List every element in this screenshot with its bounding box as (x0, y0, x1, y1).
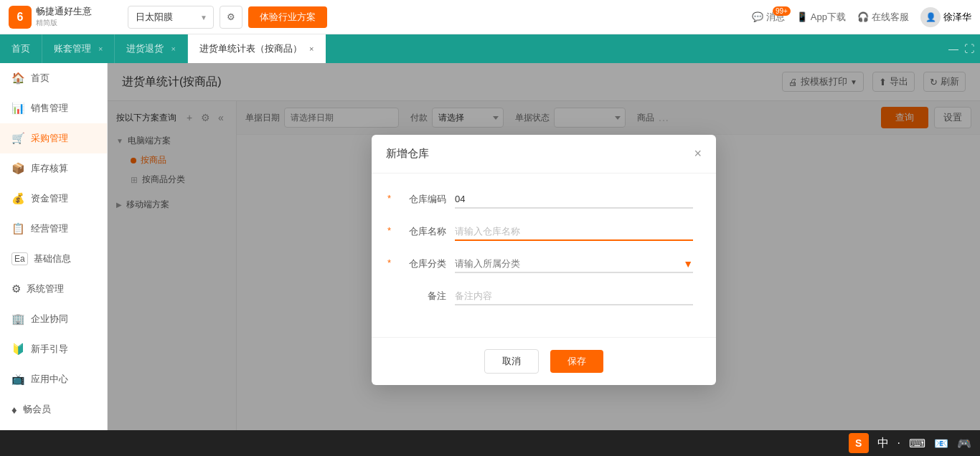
warehouse-category-wrap: ▼ (455, 255, 693, 273)
tab-purchase-return[interactable]: 进货退货 × (115, 34, 187, 63)
tab-account[interactable]: 账套管理 × (42, 34, 115, 63)
stock-icon: 📦 (11, 162, 25, 175)
sidebar-item-system[interactable]: ⚙ 系统管理 (0, 274, 107, 304)
tab-close-icon[interactable]: × (98, 44, 103, 53)
sidebar-item-home[interactable]: 🏠 首页 (0, 63, 107, 93)
bottom-icon-game[interactable]: 🎮 (957, 437, 971, 450)
system-icon: ⚙ (11, 282, 21, 295)
guide-icon: 🔰 (11, 343, 25, 356)
tab-close-icon[interactable]: × (309, 44, 314, 53)
bottom-icon-dot[interactable]: · (897, 437, 900, 450)
modal-label-remark: 备注 (395, 290, 446, 303)
modal-close-button[interactable]: × (694, 146, 702, 161)
top-search: 日太阳膜 ▼ ⚙ 体验行业方案 (128, 6, 740, 29)
cancel-button[interactable]: 取消 (484, 349, 539, 374)
tab-expand-icon[interactable]: ⛶ (964, 43, 974, 54)
modal-field-name: 仓库名称 (395, 223, 693, 241)
app-download-button[interactable]: 📱 App下载 (796, 11, 846, 24)
sidebar-item-stock[interactable]: 📦 库存核算 (0, 153, 107, 184)
modal-header: 新增仓库 × (372, 135, 716, 174)
content-area: 进货单统计(按商品) 🖨 按模板打印 ▼ ⬆ 导出 ↻ 刷新 (108, 63, 980, 456)
warehouse-category-input[interactable] (455, 255, 693, 273)
purchase-icon: 🛒 (11, 132, 25, 145)
category-dropdown-icon[interactable]: ▼ (683, 258, 693, 270)
trial-button[interactable]: 体验行业方案 (248, 6, 327, 28)
modal-footer: 取消 保存 (372, 337, 716, 385)
user-avatar-area[interactable]: 👤 徐泽华 (920, 7, 971, 27)
sidebar-item-basic[interactable]: Ea 基础信息 (0, 244, 107, 274)
modal-field-category: 仓库分类 ▼ (395, 255, 693, 273)
save-button[interactable]: 保存 (550, 350, 603, 373)
sales-icon: 📊 (11, 102, 25, 115)
message-badge: 99+ (773, 6, 791, 16)
home-icon: 🏠 (11, 72, 25, 85)
top-navbar: 6 畅捷通好生意 精简版 日太阳膜 ▼ ⚙ 体验行业方案 💬 消息 99+ 📱 … (0, 0, 980, 34)
tab-purchase-stat[interactable]: 进货单统计表（按商品） × (188, 34, 326, 63)
search-dropdown[interactable]: 日太阳膜 ▼ (128, 6, 214, 29)
sidebar-item-purchase[interactable]: 🛒 采购管理 (0, 123, 107, 153)
sidebar-item-finance[interactable]: 💰 资金管理 (0, 184, 107, 214)
modal-label-name: 仓库名称 (395, 225, 446, 238)
modal-field-code: 仓库编码 (395, 191, 693, 209)
sidebar-item-appcenter[interactable]: 📺 应用中心 (0, 364, 107, 394)
modal-title: 新增仓库 (386, 147, 429, 161)
tab-close-icon[interactable]: × (171, 44, 175, 53)
modal-new-warehouse: 新增仓库 × 仓库编码 仓库名称 (372, 135, 716, 385)
modal-label-category: 仓库分类 (395, 257, 446, 270)
sidebar: 🏠 首页 📊 销售管理 🛒 采购管理 📦 库存核算 💰 资金管理 📋 经营管理 … (0, 63, 108, 456)
sidebar-item-operation[interactable]: 📋 经营管理 (0, 214, 107, 244)
operation-icon: 📋 (11, 222, 25, 235)
avatar: 👤 (920, 7, 941, 27)
appcenter-icon: 📺 (11, 373, 25, 386)
top-right-actions: 💬 消息 99+ 📱 App下载 🎧 在线客服 👤 徐泽华 (752, 7, 971, 27)
sidebar-item-member[interactable]: ♦ 畅会员 (0, 394, 107, 424)
modal-label-code: 仓库编码 (395, 193, 446, 206)
main-layout: 🏠 首页 📊 销售管理 🛒 采购管理 📦 库存核算 💰 资金管理 📋 经营管理 … (0, 63, 980, 456)
headphone-icon: 🎧 (857, 11, 869, 22)
warehouse-code-input[interactable] (455, 191, 693, 209)
message-icon: 💬 (752, 11, 763, 22)
message-button[interactable]: 💬 消息 99+ (752, 11, 785, 24)
warehouse-remark-input[interactable] (455, 288, 693, 305)
bottom-icon-keyboard[interactable]: ⌨ (909, 437, 925, 450)
gear-icon: ⚙ (227, 11, 235, 22)
company-icon: 🏢 (11, 313, 25, 326)
logo-text: 畅捷通好生意 (36, 6, 92, 18)
logo-icon: 6 (9, 6, 32, 29)
tab-home[interactable]: 首页 (0, 34, 42, 63)
phone-icon: 📱 (796, 11, 808, 22)
modal-body: 仓库编码 仓库名称 仓库分类 (372, 174, 716, 337)
online-service-button[interactable]: 🎧 在线客服 (857, 11, 909, 24)
basic-icon: Ea (11, 252, 28, 265)
member-icon: ♦ (11, 404, 17, 416)
bottom-icon-mail[interactable]: 📧 (934, 437, 948, 450)
modal-overlay[interactable]: 新增仓库 × 仓库编码 仓库名称 (108, 63, 980, 456)
modal-field-remark: 备注 (395, 288, 693, 305)
sidebar-item-sales[interactable]: 📊 销售管理 (0, 93, 107, 123)
logo-sub: 精简版 (36, 18, 92, 28)
s-logo: S (849, 433, 869, 453)
tab-controls: — ⛶ (948, 34, 980, 63)
dropdown-arrow-icon: ▼ (200, 13, 207, 21)
sidebar-item-company[interactable]: 🏢 企业协同 (0, 304, 107, 334)
tab-bar: 首页 账套管理 × 进货退货 × 进货单统计表（按商品） × — ⛶ (0, 34, 980, 63)
sidebar-item-guide[interactable]: 🔰 新手引导 (0, 334, 107, 364)
tab-minimize-icon[interactable]: — (948, 43, 958, 54)
bottom-bar: S 中 · ⌨ 📧 🎮 (0, 430, 980, 456)
warehouse-name-input[interactable] (455, 223, 693, 241)
finance-icon: 💰 (11, 192, 25, 205)
logo-area: 6 畅捷通好生意 精简版 (9, 6, 116, 29)
bottom-icon-zh[interactable]: 中 (877, 436, 889, 451)
settings-button[interactable]: ⚙ (220, 6, 242, 29)
